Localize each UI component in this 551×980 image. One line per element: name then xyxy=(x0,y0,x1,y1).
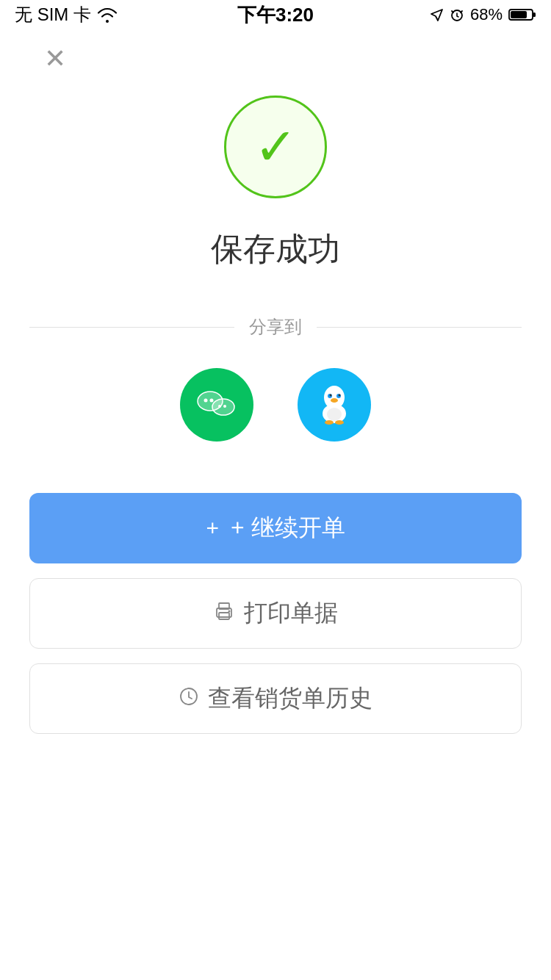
wechat-share-button[interactable] xyxy=(180,368,253,442)
print-button[interactable]: 打印单据 xyxy=(29,578,522,649)
print-label: 打印单据 xyxy=(244,597,338,630)
svg-point-18 xyxy=(325,420,334,425)
alarm-icon xyxy=(450,7,464,22)
close-icon: ✕ xyxy=(44,46,66,72)
svg-point-17 xyxy=(327,408,342,421)
svg-rect-22 xyxy=(219,613,229,619)
success-circle: ✓ xyxy=(224,96,327,198)
close-button[interactable]: ✕ xyxy=(37,40,73,77)
checkmark-icon: ✓ xyxy=(254,121,298,173)
divider-line-left xyxy=(29,327,234,328)
svg-rect-3 xyxy=(511,11,527,18)
svg-point-15 xyxy=(331,398,338,403)
svg-point-6 xyxy=(204,399,208,403)
history-button[interactable]: 查看销货单历史 xyxy=(29,663,522,734)
printer-icon xyxy=(213,601,235,627)
share-divider: 分享到 xyxy=(29,315,522,339)
status-bar-right: 68% xyxy=(431,5,536,24)
main-content: ✓ 保存成功 分享到 xyxy=(0,29,551,734)
svg-point-8 xyxy=(218,405,221,408)
status-bar-left: 无 SIM 卡 xyxy=(15,3,118,26)
svg-point-13 xyxy=(329,394,331,397)
history-label: 查看销货单历史 xyxy=(208,682,372,715)
battery-percent: 68% xyxy=(470,5,503,24)
divider-line-right xyxy=(317,327,522,328)
share-icons-container xyxy=(180,368,371,442)
clock-icon xyxy=(179,686,199,712)
status-bar: 无 SIM 卡 下午3:20 68% xyxy=(0,0,551,29)
qq-share-button[interactable] xyxy=(298,368,371,442)
wechat-icon xyxy=(195,386,238,423)
battery-icon xyxy=(508,7,536,22)
wifi-icon xyxy=(97,7,118,23)
continue-label: + 继续开单 xyxy=(231,512,345,544)
qq-icon xyxy=(314,383,355,427)
svg-point-7 xyxy=(210,399,214,403)
svg-rect-2 xyxy=(533,12,536,17)
svg-point-19 xyxy=(335,420,344,425)
svg-point-9 xyxy=(223,405,226,408)
location-icon xyxy=(431,8,444,21)
no-sim-label: 无 SIM 卡 xyxy=(15,3,91,26)
svg-point-5 xyxy=(212,399,234,415)
success-title: 保存成功 xyxy=(211,228,340,271)
share-label: 分享到 xyxy=(249,315,302,339)
continue-button[interactable]: + + 继续开单 xyxy=(29,493,522,563)
action-buttons: + + 继续开单 打印单据 查看销货单历 xyxy=(29,493,522,734)
svg-point-23 xyxy=(228,610,231,612)
status-bar-time: 下午3:20 xyxy=(237,2,314,28)
svg-point-14 xyxy=(338,394,340,397)
plus-icon: + xyxy=(206,516,219,541)
